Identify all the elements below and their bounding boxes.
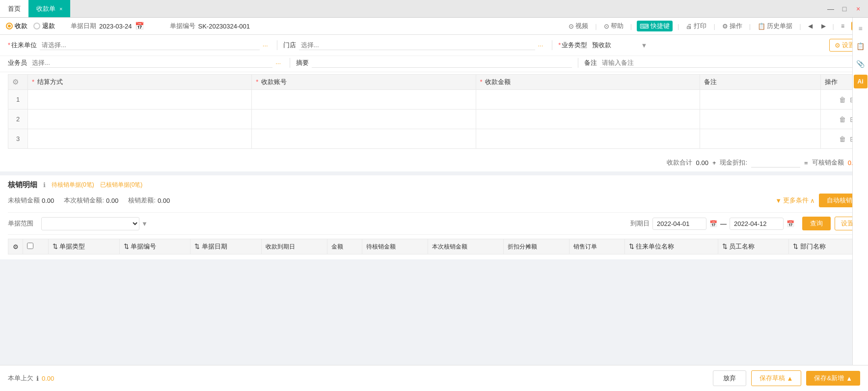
- shortcut-button[interactable]: ⌨ 快捷键: [637, 21, 673, 31]
- window-controls: — □ ×: [825, 3, 868, 15]
- col-checkbox-select: [23, 239, 49, 254]
- uncancelled-value: 0.00: [42, 197, 54, 204]
- counterpart-input[interactable]: [40, 40, 260, 50]
- help-label: 帮助: [611, 22, 624, 30]
- remark-cell-3[interactable]: [700, 129, 820, 149]
- maximize-button[interactable]: □: [839, 3, 850, 15]
- date-to-icon[interactable]: 📅: [787, 220, 794, 227]
- tab-collection-label: 收款单: [36, 4, 55, 13]
- remark-input[interactable]: [600, 58, 860, 68]
- filter-select[interactable]: [41, 217, 139, 230]
- save-new-button[interactable]: 保存&新增 ▲: [806, 371, 860, 386]
- store-more-icon[interactable]: ···: [535, 42, 546, 49]
- staff-more-icon[interactable]: ···: [272, 59, 284, 67]
- list-view-button[interactable]: ≡: [839, 22, 846, 30]
- delete-icon-2[interactable]: 🗑: [839, 115, 846, 123]
- radio-collection[interactable]: 收款: [6, 22, 27, 30]
- amount-cell-2[interactable]: [476, 110, 700, 129]
- minimize-button[interactable]: —: [825, 3, 837, 15]
- save-new-label: 保存&新增: [814, 374, 844, 383]
- field-sep-4: [578, 58, 578, 68]
- sidebar-table-icon[interactable]: ≡: [854, 22, 868, 35]
- account-cell-2[interactable]: [252, 110, 476, 129]
- bottom-table-header: ⚙ ⇅ 单据类型 ⇅ 单据编号 ⇅ 单据日期: [8, 239, 860, 254]
- remark-label: 备注: [584, 58, 600, 67]
- sidebar-camera-icon[interactable]: Ai: [854, 75, 868, 88]
- account-cell-3[interactable]: [252, 129, 476, 149]
- close-button[interactable]: ×: [852, 3, 864, 15]
- gear-icon-bottom[interactable]: ⚙: [13, 243, 19, 251]
- business-type-dropdown-icon[interactable]: ▼: [641, 42, 647, 49]
- calendar-icon[interactable]: 📅: [135, 22, 144, 30]
- tab-collection[interactable]: 收款单 ×: [28, 0, 70, 17]
- draft-button[interactable]: 保存草稿 ▲: [751, 370, 802, 386]
- right-sidebar: ≡ 📋 📎 Ai: [852, 18, 868, 391]
- abandon-button[interactable]: 放弃: [713, 370, 746, 386]
- next-icon[interactable]: ℹ: [36, 375, 39, 382]
- remark-cell-1[interactable]: [700, 90, 820, 110]
- delete-icon-1[interactable]: 🗑: [839, 96, 846, 104]
- tab-home[interactable]: 首页: [0, 0, 28, 17]
- prev-button[interactable]: ◀: [806, 22, 814, 30]
- settlement-cell-2[interactable]: [28, 110, 252, 129]
- store-label: 门店: [283, 41, 299, 50]
- amount-cell-3[interactable]: [476, 129, 700, 149]
- account-cell-1[interactable]: [252, 90, 476, 110]
- divider3: |: [678, 23, 679, 30]
- summary-row: 收款合计 0.00 + 现金折扣: = 可核销金额 0.00: [0, 154, 868, 171]
- remark-cell-2[interactable]: [700, 110, 820, 129]
- more-filter-button[interactable]: ▼ 更多条件 ∧: [775, 196, 815, 205]
- operation-label: 操作: [730, 22, 742, 30]
- toolbar-left: 收款 退款 单据日期 2023-03-24 📅 单据编号 SK-20230324…: [6, 22, 250, 30]
- operation-button[interactable]: ⚙ 操作: [720, 21, 744, 31]
- tab-close-icon[interactable]: ×: [59, 6, 62, 12]
- done-tab-link[interactable]: 已核销单据(0笔): [100, 181, 143, 190]
- field-sep-1: [277, 40, 277, 50]
- cancel-right-actions: ▼ 更多条件 ∧ 自动核销: [775, 194, 860, 207]
- select-all-checkbox[interactable]: [27, 243, 33, 249]
- col-sales-order: 销售订单: [569, 239, 624, 254]
- date-to-input[interactable]: [730, 218, 784, 230]
- next-label: 本单上欠: [8, 374, 33, 383]
- col-date: ⇅ 单据日期: [190, 239, 262, 254]
- store-input[interactable]: [299, 40, 535, 50]
- delete-icon-3[interactable]: 🗑: [839, 135, 846, 143]
- row-num-1: 1: [8, 90, 28, 110]
- table-gear-icon[interactable]: ⚙: [12, 78, 19, 86]
- col-staff: ⇅ 员工名称: [718, 239, 789, 254]
- help-button[interactable]: ⊙ 帮助: [602, 21, 625, 31]
- date-from-icon[interactable]: 📅: [709, 220, 717, 227]
- business-type-value: 预收款: [592, 41, 611, 50]
- cancel-info-icon[interactable]: ℹ: [43, 181, 46, 189]
- sidebar-attach-icon[interactable]: 📎: [854, 57, 868, 71]
- sidebar-doc-icon[interactable]: 📋: [854, 39, 868, 53]
- table-container: ⚙ * 结算方式 * 收款账号 * 收款金额 备注 操作: [0, 74, 868, 154]
- amount-cell-1[interactable]: [476, 90, 700, 110]
- diff-label: 核销差额:: [128, 196, 156, 205]
- settlement-cell-1[interactable]: [28, 90, 252, 110]
- discount-input[interactable]: [751, 158, 800, 168]
- history-button[interactable]: 📋 历史单据: [756, 21, 794, 31]
- pending-tab-link[interactable]: 待核销单据(0笔): [52, 181, 94, 190]
- save-new-arrow-icon: ▲: [846, 375, 852, 382]
- col-amount: 金额: [327, 239, 362, 254]
- settlement-cell-3[interactable]: [28, 129, 252, 149]
- equals-sign: =: [804, 159, 808, 167]
- counterpart-more-icon[interactable]: ···: [260, 42, 271, 49]
- col-dept: ⇅ 部门名称: [789, 239, 860, 254]
- cancel-section: 核销明细 ℹ 待核销单据(0笔) 已核销单据(0笔) 未核销金额 0.00 本次…: [0, 175, 868, 259]
- next-button[interactable]: ▶: [819, 22, 828, 30]
- date-from-input[interactable]: [652, 218, 706, 230]
- business-type-group: 业务类型 预收款 ▼: [558, 41, 821, 50]
- query-button[interactable]: 查询: [802, 217, 831, 230]
- print-button[interactable]: 🖨 打印: [684, 21, 708, 31]
- staff-input[interactable]: [30, 58, 272, 68]
- staff-label: 业务员: [8, 58, 30, 67]
- video-button[interactable]: ⊙ 视频: [567, 21, 590, 31]
- summary-input[interactable]: [312, 58, 572, 68]
- table-row: 2 🗑 ⊞: [8, 110, 860, 129]
- fields-row-2: 业务员 ··· 摘要 备注: [0, 56, 868, 72]
- col-counterpart: ⇅ 往来单位名称: [624, 239, 718, 254]
- radio-refund[interactable]: 退款: [33, 22, 55, 30]
- print-icon: 🖨: [686, 23, 692, 30]
